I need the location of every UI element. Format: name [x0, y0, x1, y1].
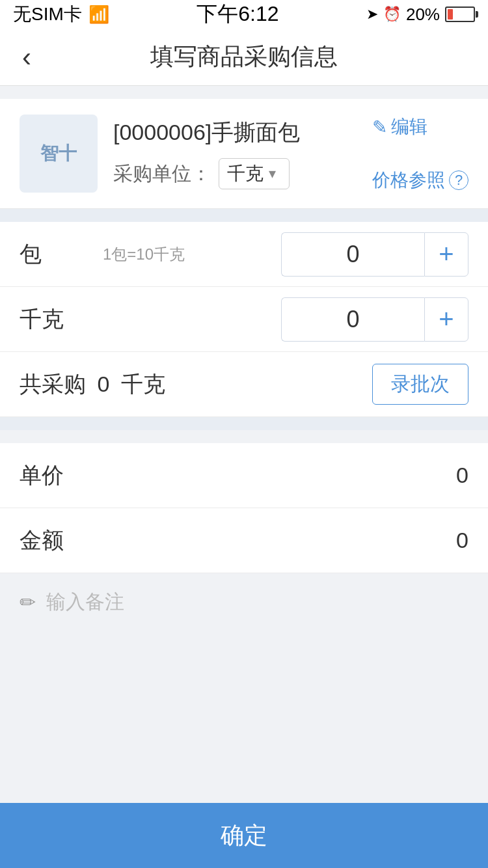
batch-button[interactable]: 录批次: [372, 364, 468, 405]
bag-plus-button[interactable]: +: [424, 232, 468, 277]
status-bar-time: 下午6:12: [197, 0, 278, 29]
price-section: 单价 0 金额 0: [0, 443, 488, 573]
amount-row: 金额 0: [0, 508, 488, 573]
price-ref-button[interactable]: 价格参照 ?: [372, 168, 468, 193]
bag-input-row: 包 1包=10千克 0 +: [0, 222, 488, 287]
notes-placeholder: 输入备注: [46, 589, 124, 616]
total-label: 共采购 0 千克: [20, 370, 372, 400]
kg-input-row: 千克 0 +: [0, 287, 488, 352]
bag-input[interactable]: 0: [281, 232, 424, 277]
kg-plus-button[interactable]: +: [424, 297, 468, 342]
unit-price-value: 0: [456, 463, 468, 488]
battery-percent: 20%: [406, 5, 440, 25]
unit-price-row: 单价 0: [0, 443, 488, 508]
product-info: [0000006]手撕面包 采购单位： 千克 ▾: [113, 118, 357, 189]
confirm-bar[interactable]: 确定: [0, 803, 488, 868]
unit-value: 千克: [227, 161, 264, 186]
section-divider-2: [0, 417, 488, 430]
status-bar-left: 无SIM卡 📶: [13, 2, 109, 27]
edit-button[interactable]: ✎ 编辑: [372, 115, 427, 139]
status-bar: 无SIM卡 📶 下午6:12 ➤ ⏰ 20%: [0, 0, 488, 29]
total-row: 共采购 0 千克 录批次: [0, 352, 488, 417]
product-unit-row: 采购单位： 千克 ▾: [113, 158, 357, 189]
kg-input[interactable]: 0: [281, 297, 424, 342]
quantity-input-section: 包 1包=10千克 0 + 千克 0 +: [0, 222, 488, 352]
product-image: 智十: [20, 115, 98, 193]
product-card: 智十 [0000006]手撕面包 采购单位： 千克 ▾ ✎ 编辑 价格参照 ?: [0, 99, 488, 209]
confirm-button[interactable]: 确定: [221, 820, 267, 852]
total-prefix: 共采购: [20, 372, 86, 396]
notes-section[interactable]: ✏ 输入备注: [0, 573, 488, 631]
kg-input-wrap: 0 +: [281, 297, 468, 342]
nav-bar: ‹ 填写商品采购信息: [0, 29, 488, 86]
unit-price-label: 单价: [20, 461, 456, 491]
bag-sublabel: 1包=10千克: [103, 244, 281, 265]
battery-icon: [445, 7, 475, 22]
amount-label: 金额: [20, 526, 456, 556]
unit-select[interactable]: 千克 ▾: [219, 158, 290, 189]
bag-input-wrap: 0 +: [281, 232, 468, 277]
kg-value: 0: [346, 306, 359, 333]
notes-icon: ✏: [20, 591, 36, 614]
price-ref-icon: ?: [449, 170, 468, 190]
product-name: [0000006]手撕面包: [113, 118, 357, 148]
carrier-label: 无SIM卡: [13, 2, 82, 27]
bag-label: 包: [20, 239, 98, 269]
section-divider-1: [0, 209, 488, 222]
unit-prefix-label: 采购单位：: [113, 161, 211, 187]
location-icon: ➤: [366, 6, 378, 23]
bag-value: 0: [346, 241, 359, 268]
alarm-icon: ⏰: [383, 6, 401, 23]
edit-icon: ✎: [372, 116, 387, 138]
total-unit: 千克: [121, 372, 165, 396]
wifi-icon: 📶: [88, 5, 109, 25]
edit-label: 编辑: [391, 115, 427, 139]
status-bar-right: ➤ ⏰ 20%: [366, 5, 475, 25]
total-amount: 0: [97, 372, 109, 396]
kg-label: 千克: [20, 305, 98, 334]
page-title: 填写商品采购信息: [150, 41, 338, 73]
back-button[interactable]: ‹: [16, 35, 38, 79]
amount-value: 0: [456, 528, 468, 553]
product-right: ✎ 编辑 价格参照 ?: [372, 115, 468, 193]
product-logo: 智十: [40, 141, 77, 166]
price-ref-label: 价格参照: [372, 168, 445, 193]
unit-dropdown-arrow-icon: ▾: [269, 165, 276, 182]
